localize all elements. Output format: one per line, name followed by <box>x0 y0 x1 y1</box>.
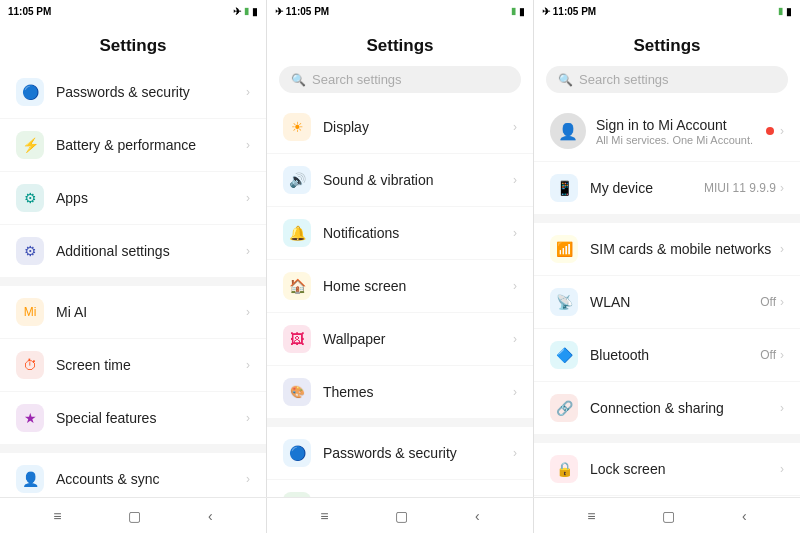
search-placeholder-2: Search settings <box>312 72 402 87</box>
item-label: Sign in to Mi Account <box>596 117 766 133</box>
chevron-icon: › <box>246 191 250 205</box>
status-bars: 11:05 PM ✈ ▮▮ ✈ 11:05 PM ▮▮ ✈ 11:05 PM ▮… <box>0 0 800 22</box>
item-miai[interactable]: Mi Mi AI › <box>0 286 266 339</box>
item-label: Display <box>323 119 513 135</box>
chevron-icon: › <box>513 173 517 187</box>
search-icon: 🔍 <box>291 73 306 87</box>
sound-icon: 🔊 <box>283 166 311 194</box>
chevron-icon: › <box>780 295 784 309</box>
nav-home-2[interactable]: ▢ <box>385 504 418 528</box>
search-icon-3: 🔍 <box>558 73 573 87</box>
divider-2 <box>0 445 266 453</box>
status-bar-1: 11:05 PM ✈ ▮▮ <box>0 0 267 22</box>
panel-1-list: 🔵 Passwords & security › ⚡ Battery & per… <box>0 66 266 497</box>
battery-1: ✈ ▮▮ <box>233 6 258 17</box>
apps-icon: ⚙ <box>16 184 44 212</box>
item-notifications-2[interactable]: 🔔 Notifications › <box>267 207 533 260</box>
chevron-icon: › <box>246 138 250 152</box>
chevron-icon: › <box>780 242 784 256</box>
item-mi-account[interactable]: 👤 Sign in to Mi Account All Mi services.… <box>534 101 800 162</box>
bluetooth-icon: 🔷 <box>550 341 578 369</box>
accounts-icon: 👤 <box>16 465 44 493</box>
item-label: Bluetooth <box>590 347 760 363</box>
panels-container: Settings 🔵 Passwords & security › ⚡ Batt… <box>0 22 800 497</box>
item-display-2[interactable]: ☀ Display › <box>267 101 533 154</box>
time-3: ✈ 11:05 PM <box>542 6 596 17</box>
divider-2a <box>267 419 533 427</box>
item-battery[interactable]: ⚡ Battery & performance › <box>0 119 266 172</box>
chevron-icon: › <box>513 332 517 346</box>
chevron-icon: › <box>513 226 517 240</box>
item-label: Passwords & security <box>56 84 246 100</box>
divider-3a <box>534 215 800 223</box>
panel-3: Settings 🔍 Search settings 👤 Sign in to … <box>534 22 800 497</box>
sim-icon: 📶 <box>550 235 578 263</box>
nav-back-2[interactable]: ‹ <box>465 504 490 528</box>
nav-menu-3[interactable]: ≡ <box>577 504 605 528</box>
status-bar-2: ✈ 11:05 PM ▮▮ <box>267 0 534 22</box>
lock-icon: 🔒 <box>550 455 578 483</box>
screen-time-icon: ⏱ <box>16 351 44 379</box>
item-label: Wallpaper <box>323 331 513 347</box>
chevron-icon: › <box>246 411 250 425</box>
notification-dot <box>766 127 774 135</box>
item-label: Mi AI <box>56 304 246 320</box>
panel-2: Settings 🔍 Search settings ☀ Display › 🔊… <box>267 22 534 497</box>
item-label: Themes <box>323 384 513 400</box>
item-passwords-security[interactable]: 🔵 Passwords & security › <box>0 66 266 119</box>
nav-back-1[interactable]: ‹ <box>198 504 223 528</box>
nav-back-3[interactable]: ‹ <box>732 504 757 528</box>
item-homescreen-2[interactable]: 🏠 Home screen › <box>267 260 533 313</box>
item-lock-screen[interactable]: 🔒 Lock screen › <box>534 443 800 496</box>
item-label: Home screen <box>323 278 513 294</box>
item-apps[interactable]: ⚙ Apps › <box>0 172 266 225</box>
device-version: MIUI 11 9.9.9 <box>704 181 776 195</box>
item-additional[interactable]: ⚙ Additional settings › <box>0 225 266 278</box>
chevron-icon: › <box>780 462 784 476</box>
nav-menu-1[interactable]: ≡ <box>43 504 71 528</box>
item-label: Accounts & sync <box>56 471 246 487</box>
time-1: 11:05 PM <box>8 6 51 17</box>
item-passwords-2[interactable]: 🔵 Passwords & security › <box>267 427 533 480</box>
passwords2-icon: 🔵 <box>283 439 311 467</box>
item-label: WLAN <box>590 294 760 310</box>
passwords-icon: 🔵 <box>16 78 44 106</box>
item-label: My device <box>590 180 704 196</box>
item-my-device[interactable]: 📱 My device MIUI 11 9.9.9 › <box>534 162 800 215</box>
avatar-icon: 👤 <box>550 113 586 149</box>
divider-1 <box>0 278 266 286</box>
panel-1-title: Settings <box>0 22 266 66</box>
divider-3b <box>534 435 800 443</box>
miai-icon: Mi <box>16 298 44 326</box>
item-special[interactable]: ★ Special features › <box>0 392 266 445</box>
item-connection[interactable]: 🔗 Connection & sharing › <box>534 382 800 435</box>
wlan-status: Off <box>760 295 776 309</box>
notif-icon: 🔔 <box>283 219 311 247</box>
item-accounts[interactable]: 👤 Accounts & sync › <box>0 453 266 497</box>
battery-3: ▮▮ <box>778 6 792 17</box>
item-label: Sound & vibration <box>323 172 513 188</box>
nav-home-1[interactable]: ▢ <box>118 504 151 528</box>
item-sound-2[interactable]: 🔊 Sound & vibration › <box>267 154 533 207</box>
item-label: Screen time <box>56 357 246 373</box>
item-sim[interactable]: 📶 SIM cards & mobile networks › <box>534 223 800 276</box>
item-screen-time[interactable]: ⏱ Screen time › <box>0 339 266 392</box>
bluetooth-status: Off <box>760 348 776 362</box>
connection-icon: 🔗 <box>550 394 578 422</box>
chevron-icon: › <box>780 348 784 362</box>
item-battery-2[interactable]: ⚡ Battery & performance › <box>267 480 533 497</box>
chevron-icon: › <box>780 124 784 138</box>
chevron-icon: › <box>246 244 250 258</box>
item-wallpaper-2[interactable]: 🖼 Wallpaper › <box>267 313 533 366</box>
nav-home-3[interactable]: ▢ <box>652 504 685 528</box>
device-icon: 📱 <box>550 174 578 202</box>
nav-menu-2[interactable]: ≡ <box>310 504 338 528</box>
search-bar-3[interactable]: 🔍 Search settings <box>546 66 788 93</box>
search-bar-2[interactable]: 🔍 Search settings <box>279 66 521 93</box>
panel-3-title: Settings <box>534 22 800 66</box>
item-bluetooth[interactable]: 🔷 Bluetooth Off › <box>534 329 800 382</box>
item-themes-2[interactable]: 🎨 Themes › <box>267 366 533 419</box>
bottom-nav-2: ≡ ▢ ‹ <box>267 498 534 533</box>
item-label: Apps <box>56 190 246 206</box>
item-wlan[interactable]: 📡 WLAN Off › <box>534 276 800 329</box>
